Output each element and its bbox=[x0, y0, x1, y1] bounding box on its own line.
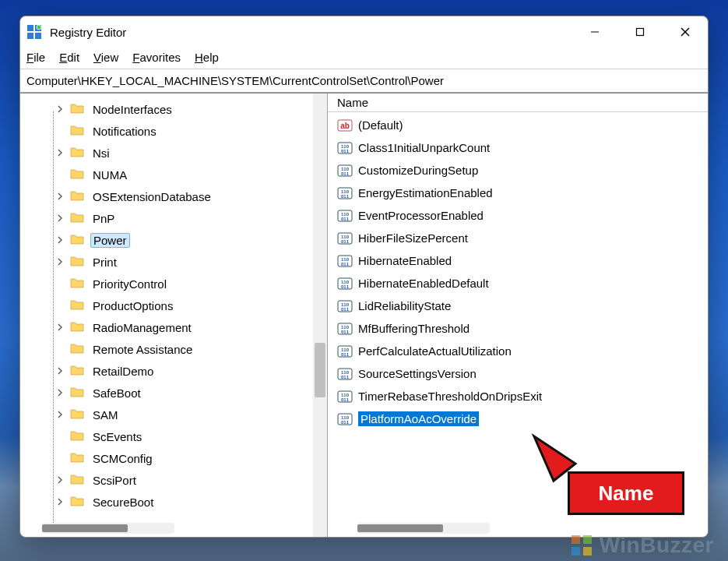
svg-rect-51 bbox=[571, 535, 580, 544]
menu-favorites[interactable]: Favorites bbox=[132, 51, 181, 64]
tree-item-print[interactable]: Print bbox=[23, 251, 327, 273]
value-row[interactable]: 110011HibernateEnabled bbox=[328, 249, 708, 272]
tree-item-label: RetailDemo bbox=[90, 365, 156, 378]
expand-chevron-icon[interactable] bbox=[55, 104, 65, 115]
tree-item-radiomanagement[interactable]: RadioManagement bbox=[23, 316, 327, 338]
binary-value-icon: 110011 bbox=[337, 322, 353, 336]
value-row[interactable]: 110011HiberFileSizePercent bbox=[328, 227, 708, 249]
expand-chevron-icon[interactable] bbox=[55, 496, 65, 507]
menu-file[interactable]: File bbox=[26, 51, 45, 64]
values-pane: Name ab(Default)110011Class1InitialUnpar… bbox=[328, 94, 708, 537]
tree-item-scsiport[interactable]: ScsiPort bbox=[23, 469, 327, 491]
folder-icon bbox=[70, 386, 89, 400]
menu-help[interactable]: Help bbox=[195, 51, 219, 64]
binary-value-icon: 110011 bbox=[337, 277, 353, 291]
svg-text:011: 011 bbox=[341, 330, 350, 334]
binary-value-icon: 110011 bbox=[337, 164, 353, 178]
expand-chevron-icon[interactable] bbox=[55, 256, 65, 267]
tree-item-label: ScsiPort bbox=[90, 474, 139, 487]
binary-value-icon: 110011 bbox=[337, 367, 353, 381]
svg-text:011: 011 bbox=[341, 375, 350, 379]
window-title: Registry Editor bbox=[50, 26, 126, 39]
value-row[interactable]: 110011EnergyEstimationEnabled bbox=[328, 182, 708, 204]
value-row[interactable]: 110011EventProcessorEnabled bbox=[328, 204, 708, 227]
expand-chevron-icon[interactable] bbox=[55, 409, 65, 420]
value-row[interactable]: 110011SourceSettingsVersion bbox=[328, 362, 708, 385]
menu-view[interactable]: View bbox=[93, 51, 118, 64]
binary-value-icon: 110011 bbox=[337, 412, 353, 426]
tree-item-label: ProductOptions bbox=[90, 299, 175, 312]
value-row[interactable]: 110011LidReliabilityState bbox=[328, 295, 708, 317]
value-row[interactable]: 110011CustomizeDuringSetup bbox=[328, 159, 708, 182]
address-bar[interactable]: Computer\HKEY_LOCAL_MACHINE\SYSTEM\Curre… bbox=[20, 69, 708, 93]
expand-chevron-icon[interactable] bbox=[55, 235, 65, 245]
minimize-button[interactable] bbox=[572, 16, 617, 48]
folder-icon bbox=[70, 146, 89, 160]
tree-item-retaildemo[interactable]: RetailDemo bbox=[23, 360, 327, 382]
tree-item-sam[interactable]: SAM bbox=[23, 404, 327, 425]
tree-hscrollbar[interactable] bbox=[42, 523, 174, 534]
expand-chevron-icon[interactable] bbox=[55, 213, 65, 224]
value-row[interactable]: 110011MfBufferingThreshold bbox=[328, 317, 708, 340]
binary-value-icon: 110011 bbox=[337, 299, 353, 313]
close-button[interactable] bbox=[663, 16, 708, 48]
binary-value-icon: 110011 bbox=[337, 344, 353, 358]
svg-text:011: 011 bbox=[341, 239, 350, 244]
value-name: LidReliabilityState bbox=[358, 299, 451, 312]
svg-text:011: 011 bbox=[341, 262, 350, 266]
folder-icon bbox=[70, 168, 89, 182]
tree-scrollbar[interactable] bbox=[313, 94, 327, 537]
value-row[interactable]: 110011PlatformAoAcOverride bbox=[328, 408, 708, 430]
expand-chevron-icon[interactable] bbox=[55, 322, 65, 333]
values-hscrollbar[interactable] bbox=[357, 523, 490, 534]
svg-rect-54 bbox=[583, 547, 592, 556]
tree-item-notifications[interactable]: Notifications bbox=[23, 120, 327, 142]
tree-item-osextensiondatabase[interactable]: OSExtensionDatabase bbox=[23, 185, 327, 207]
regedit-app-icon bbox=[26, 24, 42, 40]
folder-icon bbox=[70, 103, 89, 116]
value-row[interactable]: ab(Default) bbox=[328, 114, 708, 136]
values-header-name[interactable]: Name bbox=[328, 94, 708, 112]
expand-chevron-icon[interactable] bbox=[55, 191, 65, 202]
maximize-button[interactable] bbox=[617, 16, 663, 48]
tree-item-label: SAM bbox=[90, 408, 121, 422]
value-name: Class1InitialUnparkCount bbox=[358, 141, 490, 154]
tree-item-label: PriorityControl bbox=[90, 277, 169, 291]
tree-item-label: Print bbox=[90, 256, 119, 269]
folder-icon bbox=[70, 408, 89, 422]
tree-item-pnp[interactable]: PnP bbox=[23, 207, 327, 229]
tree-item-label: OSExtensionDatabase bbox=[90, 190, 213, 203]
svg-text:011: 011 bbox=[341, 217, 350, 221]
values-list[interactable]: ab(Default)110011Class1InitialUnparkCoun… bbox=[328, 112, 708, 432]
expand-chevron-icon[interactable] bbox=[55, 147, 65, 158]
tree-item-safeboot[interactable]: SafeBoot bbox=[23, 382, 327, 404]
tree-item-label: Power bbox=[90, 233, 130, 248]
expand-chevron-icon[interactable] bbox=[55, 365, 65, 376]
value-row[interactable]: 110011Class1InitialUnparkCount bbox=[328, 136, 708, 159]
tree-item-label: SecureBoot bbox=[90, 496, 156, 509]
expand-chevron-icon[interactable] bbox=[55, 475, 65, 485]
tree-item-secureboot[interactable]: SecureBoot bbox=[23, 491, 327, 513]
folder-icon bbox=[70, 452, 89, 465]
menu-edit[interactable]: Edit bbox=[59, 51, 79, 64]
expand-chevron-icon[interactable] bbox=[55, 387, 65, 398]
tree-item-productoptions[interactable]: ProductOptions bbox=[23, 295, 327, 316]
tree-item-nsi[interactable]: Nsi bbox=[23, 142, 327, 164]
tree-item-power[interactable]: Power bbox=[23, 229, 327, 251]
folder-icon bbox=[70, 343, 89, 356]
tree-item-prioritycontrol[interactable]: PriorityControl bbox=[23, 273, 327, 295]
value-row[interactable]: 110011TimerRebaseThresholdOnDripsExit bbox=[328, 385, 708, 408]
tree-item-remote-assistance[interactable]: Remote Assistance bbox=[23, 338, 327, 360]
tree-item-numa[interactable]: NUMA bbox=[23, 164, 327, 185]
tree-item-scmconfig[interactable]: SCMConfig bbox=[23, 447, 327, 469]
tree-item-label: SafeBoot bbox=[90, 386, 143, 400]
tree-item-label: Remote Assistance bbox=[90, 343, 195, 356]
value-row[interactable]: 110011HibernateEnabledDefault bbox=[328, 272, 708, 295]
tree-item-scevents[interactable]: ScEvents bbox=[23, 425, 327, 447]
value-name: HibernateEnabled bbox=[358, 254, 452, 267]
svg-rect-2 bbox=[27, 33, 33, 39]
tree-item-nodeinterfaces[interactable]: NodeInterfaces bbox=[23, 98, 327, 120]
tree-item-label: NodeInterfaces bbox=[90, 103, 174, 116]
value-row[interactable]: 110011PerfCalculateActualUtilization bbox=[328, 340, 708, 362]
registry-tree[interactable]: NodeInterfacesNotificationsNsiNUMAOSExte… bbox=[20, 94, 327, 517]
